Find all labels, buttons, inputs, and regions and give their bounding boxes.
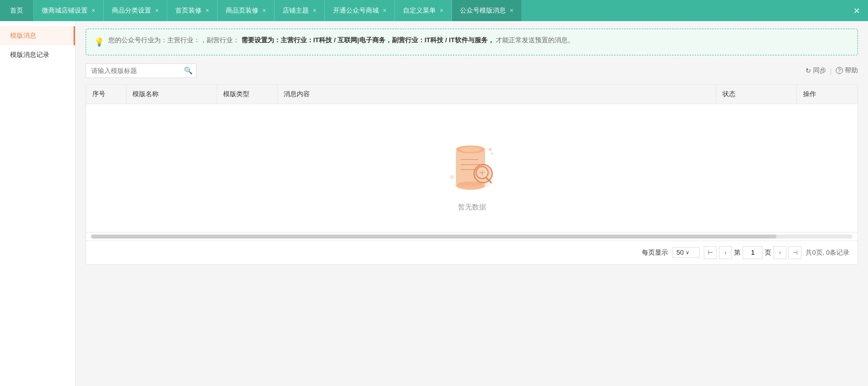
sync-label: 同步 [813,66,826,75]
col-status: 状态 [716,85,797,104]
close-product-category[interactable]: × [155,7,159,14]
first-page-button[interactable]: ⊢ [704,246,717,259]
empty-text: 暂无数据 [458,203,486,212]
empty-state: 暂无数据 [86,104,857,232]
col-content: 消息内容 [278,85,716,104]
content-area: 💡 您的公众号行业为：主营行业：，副营行业： 需要设置为：主营行业：IT科技 /… [76,21,868,386]
tab-home[interactable]: 首页 [0,0,34,21]
sidebar-template-msg-label: 模版消息 [10,32,36,39]
horizontal-scrollbar[interactable] [86,232,857,241]
col-action: 操作 [797,85,857,104]
table-header: 序号 模版名称 模版类型 消息内容 状态 操作 [86,85,857,104]
svg-point-15 [450,175,454,179]
sidebar-item-template-msg-log[interactable]: 模版消息记录 [0,45,75,64]
col-name: 模版名称 [126,85,217,104]
home-decor-label: 首页装修 [175,6,202,15]
page-size-select[interactable]: 50 ∨ [672,247,700,258]
sync-button[interactable]: ↻ 同步 [806,66,826,75]
page-navigation: ⊢ ‹ 第 页 › ⊣ [704,246,802,259]
page-size-value: 50 [677,249,684,256]
page-size-label: 每页显示 [642,248,668,257]
col-type: 模版类型 [217,85,278,104]
prev-page-button[interactable]: ‹ [719,246,732,259]
col-index: 序号 [86,85,126,104]
notice-suffix: 才能正常发送预置的消息。 [496,36,574,44]
home-tab-label: 首页 [10,6,23,15]
wsc-settings-label: 微商城店铺设置 [42,6,88,15]
svg-point-13 [489,148,492,151]
tab-shop-theme[interactable]: 店铺主题 × [275,0,325,21]
svg-point-14 [491,152,493,155]
last-page-button[interactable]: ⊣ [788,246,802,259]
search-input[interactable] [86,63,196,78]
page-number-input[interactable] [743,246,763,259]
sidebar-template-msg-log-label: 模版消息记录 [10,51,49,58]
close-open-mall[interactable]: × [383,7,386,14]
notice-highlight: 需要设置为：主营行业：IT科技 / 互联网|电子商务，副营行业：IT科技 / I… [241,36,494,44]
close-product-decor[interactable]: × [262,7,266,14]
close-custom-menu[interactable]: × [440,7,443,14]
top-nav: 首页 微商城店铺设置 × 商品分类设置 × 首页装修 × 商品页装修 × 店铺主… [0,0,868,21]
notice-prefix: 您的公众号行业为：主营行业：，副营行业： [108,36,239,44]
sidebar: 模版消息 模版消息记录 [0,21,76,386]
close-all-button[interactable]: ✕ [845,6,868,16]
notice-bar: 💡 您的公众号行业为：主营行业：，副营行业： 需要设置为：主营行业：IT科技 /… [86,29,858,55]
close-shop-theme[interactable]: × [313,7,316,14]
actions-divider: | [830,67,832,74]
scrollbar-thumb [91,235,776,239]
pagination: 每页显示 50 ∨ ⊢ ‹ 第 页 › ⊣ 共0页, 0条记录 [86,241,857,264]
search-bar: 🔍 ↻ 同步 | ? 帮助 [86,63,858,78]
tab-product-category[interactable]: 商品分类设置 × [104,0,167,21]
data-table: 序号 模版名称 模版类型 消息内容 状态 操作 [86,84,858,265]
tab-product-decor[interactable]: 商品页装修 × [218,0,275,21]
close-wsc-settings[interactable]: × [92,7,95,14]
svg-point-3 [460,147,481,152]
tab-wsc-settings[interactable]: 微商城店铺设置 × [34,0,104,21]
empty-illustration [442,134,502,195]
close-template-msg[interactable]: × [510,7,513,14]
search-actions: ↻ 同步 | ? 帮助 [806,66,858,75]
help-label: 帮助 [845,66,858,75]
notice-icon: 💡 [94,36,104,49]
product-category-label: 商品分类设置 [112,6,151,15]
next-page-button[interactable]: › [773,246,786,259]
notice-text: 您的公众号行业为：主营行业：，副营行业： 需要设置为：主营行业：IT科技 / 互… [108,35,574,46]
page-label-before: 第 [734,248,741,257]
custom-menu-label: 自定义菜单 [403,6,436,15]
total-info: 共0页, 0条记录 [806,248,849,257]
open-mall-label: 开通公众号商城 [333,6,379,15]
help-icon: ? [836,67,843,74]
search-icon[interactable]: 🔍 [184,66,192,74]
tab-home-decor[interactable]: 首页装修 × [167,0,218,21]
close-home-decor[interactable]: × [206,7,209,14]
tab-template-msg[interactable]: 公众号模版消息 × [452,0,522,21]
search-input-wrap: 🔍 [86,63,196,78]
tab-open-mall[interactable]: 开通公众号商城 × [325,0,395,21]
template-msg-label: 公众号模版消息 [460,6,506,15]
sync-icon: ↻ [806,67,811,74]
shop-theme-label: 店铺主题 [283,6,309,15]
product-decor-label: 商品页装修 [226,6,258,15]
scrollbar-track [91,235,852,239]
help-button[interactable]: ? 帮助 [836,66,858,75]
page-label-after: 页 [765,248,771,257]
sidebar-item-template-msg[interactable]: 模版消息 [0,26,75,45]
main-layout: 模版消息 模版消息记录 💡 您的公众号行业为：主营行业：，副营行业： 需要设置为… [0,21,868,386]
tab-custom-menu[interactable]: 自定义菜单 × [395,0,452,21]
chevron-down-icon: ∨ [686,250,689,255]
